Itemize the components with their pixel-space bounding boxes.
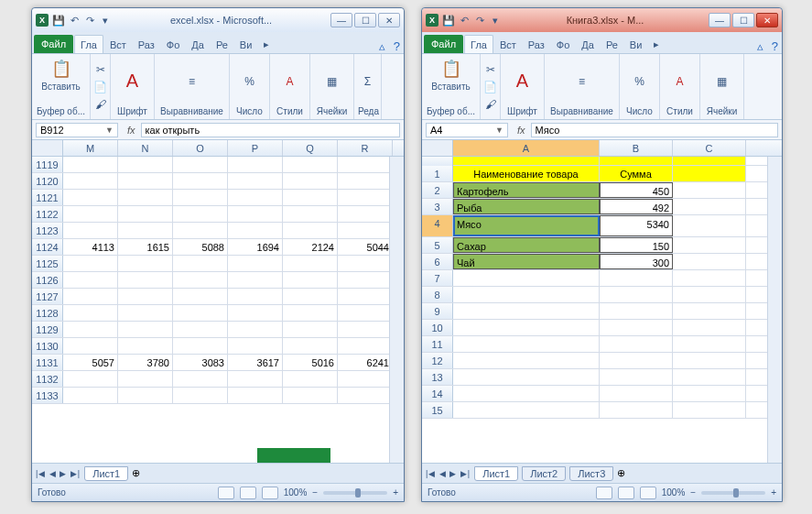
cell[interactable] [63, 322, 118, 337]
cell[interactable] [283, 173, 338, 189]
cell[interactable] [453, 320, 600, 335]
sheet-tab[interactable]: Лист3 [569, 466, 613, 481]
percent-icon[interactable]: % [243, 74, 257, 89]
col-header[interactable]: M [63, 140, 118, 156]
cell[interactable] [673, 386, 746, 401]
cell[interactable] [228, 206, 283, 222]
tab-data[interactable]: Да [186, 36, 210, 53]
cell[interactable] [63, 305, 118, 321]
cell[interactable] [673, 215, 746, 236]
cell[interactable] [673, 369, 746, 385]
cell[interactable] [453, 353, 600, 368]
cell[interactable] [118, 371, 173, 387]
new-sheet-icon[interactable]: ⊕ [617, 467, 625, 479]
help-icon[interactable]: ? [768, 39, 782, 53]
cell[interactable]: Рыба [453, 199, 600, 214]
select-all-corner[interactable] [422, 140, 453, 156]
cell[interactable]: 4113 [63, 239, 118, 255]
row-header[interactable]: 1 [422, 166, 453, 181]
cell[interactable] [228, 322, 283, 337]
format-painter-icon[interactable]: 🖌 [483, 97, 498, 112]
zoom-slider[interactable] [323, 491, 387, 495]
cell[interactable] [600, 320, 673, 335]
cell[interactable] [283, 223, 338, 238]
cell[interactable] [63, 157, 118, 172]
copy-icon[interactable]: 📄 [483, 80, 498, 94]
cell[interactable] [600, 157, 673, 165]
cell[interactable] [118, 289, 173, 304]
cell[interactable] [338, 371, 393, 387]
row-header[interactable]: 12 [422, 353, 453, 368]
normal-view-button[interactable] [596, 487, 612, 499]
tab-view[interactable]: Ви [624, 36, 647, 53]
cell[interactable] [453, 402, 600, 418]
row-header[interactable]: 5 [422, 237, 453, 253]
cell[interactable] [118, 223, 173, 238]
cell[interactable] [63, 272, 118, 288]
cell[interactable] [228, 173, 283, 189]
page-layout-button[interactable] [240, 487, 256, 499]
name-box[interactable]: A4 ▼ [426, 123, 508, 137]
cell[interactable] [173, 388, 228, 403]
cells-icon[interactable]: ▦ [715, 74, 730, 89]
cells-icon[interactable]: ▦ [325, 74, 340, 89]
cell[interactable] [228, 289, 283, 304]
cell[interactable] [283, 256, 338, 271]
tab-layout[interactable]: Раз [133, 36, 160, 53]
cell[interactable] [283, 322, 338, 337]
cell[interactable] [673, 182, 746, 198]
zoom-level[interactable]: 100% [284, 487, 308, 498]
tab-review[interactable]: Ре [211, 36, 233, 53]
cell[interactable]: 3083 [173, 355, 228, 370]
worksheet-grid[interactable]: A B C 1Наименование товараСумма2Картофел… [422, 140, 782, 463]
cell[interactable] [453, 303, 600, 319]
cell[interactable] [673, 199, 746, 214]
minimize-ribbon-icon[interactable]: ▵ [753, 39, 767, 53]
cell[interactable]: 5088 [173, 239, 228, 255]
cell[interactable] [173, 305, 228, 321]
select-all-corner[interactable] [32, 140, 63, 156]
sheet-tab[interactable]: Лист1 [474, 466, 518, 481]
cell[interactable] [173, 190, 228, 205]
maximize-button[interactable]: ☐ [354, 13, 376, 27]
page-break-button[interactable] [640, 487, 656, 499]
cell[interactable] [338, 190, 393, 205]
fx-icon[interactable]: fx [512, 125, 531, 136]
cell[interactable]: Картофель [453, 182, 600, 198]
cell[interactable] [453, 336, 600, 352]
tab-layout[interactable]: Раз [523, 36, 550, 53]
cell[interactable] [283, 338, 338, 354]
align-icon[interactable]: ≡ [185, 74, 200, 89]
row-header[interactable]: 1126 [32, 272, 63, 288]
new-sheet-icon[interactable]: ⊕ [132, 467, 140, 479]
cell[interactable] [118, 256, 173, 271]
row-header[interactable]: 8 [422, 287, 453, 302]
cell[interactable] [283, 157, 338, 172]
dropdown-icon[interactable]: ▼ [105, 126, 114, 135]
formula-input[interactable]: Мясо [531, 123, 778, 137]
cell[interactable] [228, 338, 283, 354]
cell[interactable]: 1615 [118, 239, 173, 255]
cell[interactable] [600, 386, 673, 401]
row-header[interactable]: 1120 [32, 173, 63, 189]
cell[interactable] [600, 287, 673, 302]
cell[interactable] [453, 287, 600, 302]
cell[interactable] [600, 369, 673, 385]
cell[interactable] [283, 388, 338, 403]
cell[interactable] [63, 338, 118, 354]
col-header[interactable]: O [173, 140, 228, 156]
row-header[interactable]: 1128 [32, 305, 63, 321]
tab-formulas[interactable]: Фо [551, 36, 575, 53]
row-header[interactable]: 11 [422, 336, 453, 352]
row-header[interactable]: 1130 [32, 338, 63, 354]
cell[interactable] [673, 237, 746, 253]
tab-file[interactable]: Файл [34, 35, 73, 53]
tab-more[interactable]: ▸ [648, 35, 665, 53]
row-header[interactable]: 1122 [32, 206, 63, 222]
cell[interactable] [600, 303, 673, 319]
cell[interactable] [118, 388, 173, 403]
cell[interactable] [338, 338, 393, 354]
close-button[interactable]: ✕ [756, 13, 778, 27]
paste-button[interactable]: 📋 Вставить [36, 56, 86, 93]
percent-icon[interactable]: % [633, 74, 647, 89]
